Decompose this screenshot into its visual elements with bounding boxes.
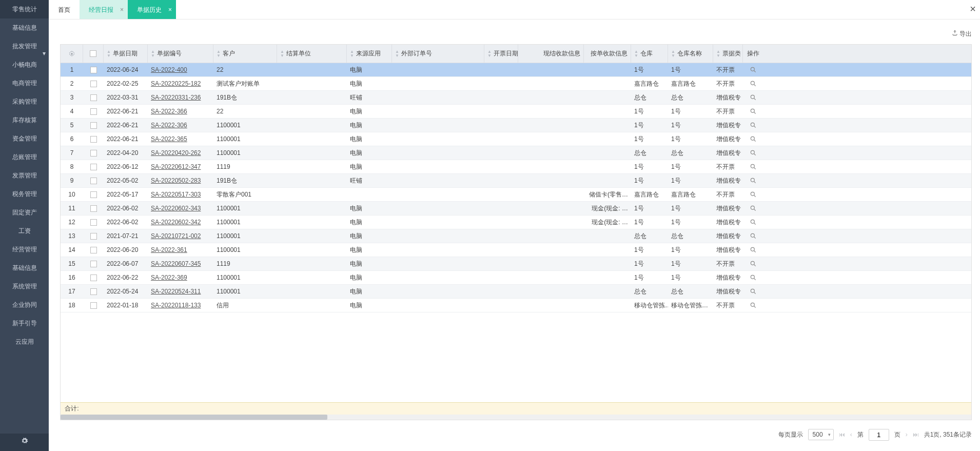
magnifier-icon[interactable] bbox=[750, 177, 757, 184]
magnifier-icon[interactable] bbox=[750, 66, 757, 73]
magnifier-icon[interactable] bbox=[750, 288, 757, 295]
magnifier-icon[interactable] bbox=[750, 274, 757, 281]
row-checkbox[interactable] bbox=[90, 302, 97, 309]
doc-no-link[interactable]: SA-20220502-283 bbox=[151, 177, 201, 184]
row-checkbox[interactable] bbox=[90, 67, 97, 73]
sidebar-item-5[interactable]: 采购管理 bbox=[0, 92, 49, 111]
row-checkbox[interactable] bbox=[90, 122, 97, 129]
table-row[interactable]: 52022-06-21SA-2022-3061100001电脑1号1号增值税专 bbox=[61, 119, 971, 132]
table-body[interactable]: 12022-06-24SA-2022-40022电脑1号1号不开票22022-0… bbox=[61, 63, 971, 402]
doc-no-link[interactable]: SA-20220612-347 bbox=[151, 163, 201, 170]
sidebar-item-13[interactable]: 经营管理 bbox=[0, 240, 49, 259]
row-checkbox[interactable] bbox=[90, 205, 97, 212]
tab-1[interactable]: 经营日报× bbox=[80, 0, 128, 19]
scrollbar-thumb[interactable] bbox=[61, 415, 327, 420]
magnifier-icon[interactable] bbox=[750, 302, 757, 309]
magnifier-icon[interactable] bbox=[750, 191, 757, 198]
magnifier-icon[interactable] bbox=[750, 122, 757, 129]
doc-no-link[interactable]: SA-20220607-345 bbox=[151, 260, 201, 267]
magnifier-icon[interactable] bbox=[750, 80, 757, 87]
magnifier-icon[interactable] bbox=[750, 94, 757, 101]
column-header-date[interactable]: ▲▼单据日期 bbox=[104, 45, 148, 63]
column-header-cash[interactable]: 现结收款信息 bbox=[518, 45, 584, 63]
row-checkbox[interactable] bbox=[90, 81, 97, 87]
sidebar-item-6[interactable]: 库存核算 bbox=[0, 111, 49, 129]
table-row[interactable]: 172022-05-24SA-20220524-3111100001电脑总仓总仓… bbox=[61, 285, 971, 299]
row-checkbox[interactable] bbox=[90, 164, 97, 170]
row-checkbox[interactable] bbox=[90, 274, 97, 281]
table-row[interactable]: 102022-05-17SA-20220517-303零散客户001储值卡(零售… bbox=[61, 188, 971, 202]
per-page-select[interactable]: 500 ▾ bbox=[808, 429, 834, 440]
doc-no-link[interactable]: SA-20220602-343 bbox=[151, 205, 201, 212]
sidebar-item-9[interactable]: 发票管理 bbox=[0, 166, 49, 185]
doc-no-link[interactable]: SA-2022-306 bbox=[151, 122, 187, 129]
table-row[interactable]: 92022-05-02SA-20220502-283191B仓旺铺1号1号增值税… bbox=[61, 174, 971, 188]
column-header-bill[interactable]: 按单收款信息 bbox=[584, 45, 631, 63]
sidebar-item-17[interactable]: 新手引导 bbox=[0, 314, 49, 332]
column-header-whn[interactable]: ▲▼仓库名称 bbox=[668, 45, 713, 63]
column-header-unit[interactable]: ▲▼结算单位 bbox=[277, 45, 347, 63]
sidebar-item-11[interactable]: 固定资产 bbox=[0, 203, 49, 222]
magnifier-icon[interactable] bbox=[750, 232, 757, 240]
row-checkbox[interactable] bbox=[90, 219, 97, 226]
doc-no-link[interactable]: SA-20220420-262 bbox=[151, 149, 201, 156]
table-row[interactable]: 112022-06-02SA-20220602-3431100001电脑现金(现… bbox=[61, 202, 971, 215]
sidebar-item-2[interactable]: 批发管理▾ bbox=[0, 37, 49, 55]
settings-gear-bar[interactable] bbox=[0, 434, 49, 451]
doc-no-link[interactable]: SA-20220118-133 bbox=[151, 302, 201, 309]
table-row[interactable]: 122022-06-02SA-20220602-3421100001电脑现金(现… bbox=[61, 215, 971, 229]
sidebar-item-0[interactable]: 零售统计 bbox=[0, 0, 49, 18]
magnifier-icon[interactable] bbox=[750, 246, 757, 253]
magnifier-icon[interactable] bbox=[750, 205, 757, 212]
magnifier-icon[interactable] bbox=[750, 108, 757, 115]
sidebar-item-16[interactable]: 企业协同 bbox=[0, 296, 49, 314]
table-row[interactable]: 162022-06-22SA-2022-3691100001电脑1号1号增值税专 bbox=[61, 271, 971, 285]
page-next-button[interactable]: › bbox=[906, 431, 908, 438]
table-row[interactable]: 142022-06-20SA-2022-3611100001电脑1号1号增值税专 bbox=[61, 243, 971, 257]
doc-no-link[interactable]: SA-2022-365 bbox=[151, 135, 187, 143]
doc-no-link[interactable]: SA-20220225-182 bbox=[151, 80, 201, 87]
sidebar-item-10[interactable]: 税务管理 bbox=[0, 185, 49, 203]
row-checkbox[interactable] bbox=[90, 233, 97, 240]
table-row[interactable]: 132021-07-21SA-20210721-0021100001电脑总仓总仓… bbox=[61, 229, 971, 243]
column-header-ext[interactable]: ▲▼外部订单号 bbox=[392, 45, 484, 63]
column-header-cust[interactable]: ▲▼客户 bbox=[213, 45, 277, 63]
table-row[interactable]: 72022-04-20SA-20220420-2621100001电脑总仓总仓增… bbox=[61, 146, 971, 160]
table-row[interactable]: 152022-06-07SA-20220607-3451119电脑1号1号不开票 bbox=[61, 257, 971, 271]
page-last-button[interactable]: ⏭ bbox=[913, 431, 919, 438]
column-header-op[interactable]: 操作 bbox=[743, 45, 763, 63]
row-checkbox[interactable] bbox=[90, 288, 97, 295]
doc-no-link[interactable]: SA-20220517-303 bbox=[151, 191, 201, 198]
magnifier-icon[interactable] bbox=[750, 163, 757, 170]
table-row[interactable]: 182022-01-18SA-20220118-133信用电脑移动仓管拣…移动仓… bbox=[61, 299, 971, 312]
sidebar-item-4[interactable]: 电商管理 bbox=[0, 74, 49, 92]
page-first-button[interactable]: ⏮ bbox=[839, 431, 845, 438]
page-prev-button[interactable]: ‹ bbox=[850, 431, 852, 438]
column-header-no[interactable]: ▲▼单据编号 bbox=[148, 45, 213, 63]
tab-close-icon[interactable]: × bbox=[168, 0, 172, 19]
row-checkbox[interactable] bbox=[90, 136, 97, 143]
sidebar-item-14[interactable]: 基础信息 bbox=[0, 259, 49, 277]
doc-no-link[interactable]: SA-20220331-236 bbox=[151, 94, 201, 101]
row-checkbox[interactable] bbox=[90, 178, 97, 184]
tab-0[interactable]: 首页 bbox=[49, 0, 80, 19]
doc-no-link[interactable]: SA-20220524-311 bbox=[151, 288, 201, 295]
row-checkbox[interactable] bbox=[90, 247, 97, 253]
magnifier-icon[interactable] bbox=[750, 260, 757, 267]
sidebar-item-7[interactable]: 资金管理 bbox=[0, 129, 49, 148]
row-checkbox[interactable] bbox=[90, 150, 97, 156]
sidebar-item-12[interactable]: 工资 bbox=[0, 222, 49, 240]
sidebar-item-3[interactable]: 小畅电商 bbox=[0, 55, 49, 74]
column-header-tkt[interactable]: ▲▼票据类 bbox=[713, 45, 743, 63]
doc-no-link[interactable]: SA-20220602-342 bbox=[151, 219, 201, 226]
export-button[interactable]: 导出 bbox=[952, 30, 972, 38]
row-checkbox[interactable] bbox=[90, 94, 97, 101]
select-all-checkbox[interactable] bbox=[90, 50, 96, 57]
row-checkbox[interactable] bbox=[90, 261, 97, 267]
row-checkbox[interactable] bbox=[90, 191, 97, 198]
horizontal-scrollbar[interactable] bbox=[61, 415, 971, 420]
tab-2[interactable]: 单据历史× bbox=[128, 0, 176, 19]
table-row[interactable]: 32022-03-31SA-20220331-236191B仓旺铺总仓总仓增值税… bbox=[61, 91, 971, 105]
doc-no-link[interactable]: SA-2022-366 bbox=[151, 108, 187, 115]
sidebar-item-15[interactable]: 系统管理 bbox=[0, 277, 49, 296]
